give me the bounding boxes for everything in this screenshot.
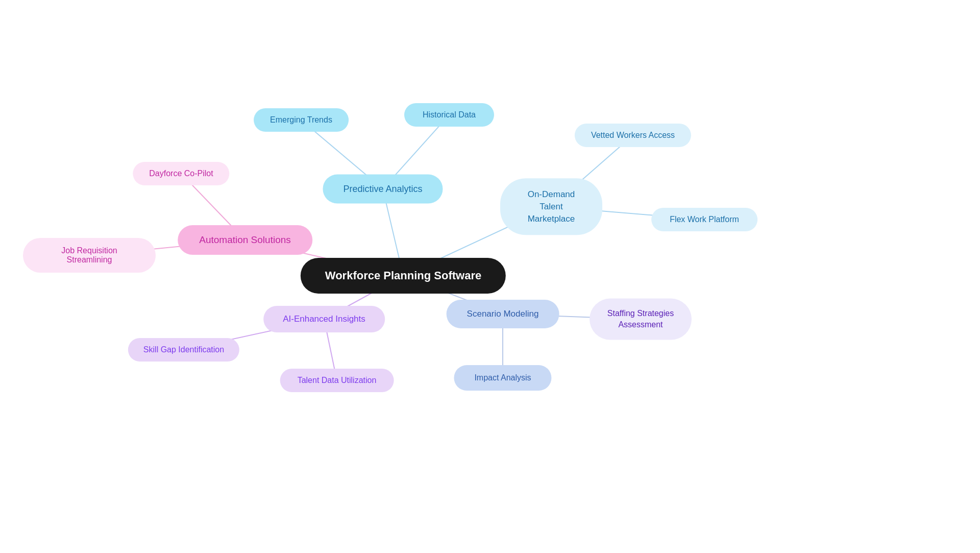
- center-node[interactable]: Workforce Planning Software: [301, 258, 506, 294]
- job-requisition-node[interactable]: Job Requisition Streamlining: [23, 238, 156, 273]
- skill-gap-node[interactable]: Skill Gap Identification: [128, 338, 239, 362]
- emerging-trends-node[interactable]: Emerging Trends: [254, 108, 349, 132]
- scenario-modeling-node[interactable]: Scenario Modeling: [447, 300, 559, 328]
- historical-data-node[interactable]: Historical Data: [404, 103, 494, 127]
- staffing-strategies-node[interactable]: Staffing Strategies Assessment: [590, 299, 692, 340]
- flex-work-node[interactable]: Flex Work Platform: [651, 208, 757, 231]
- vetted-workers-node[interactable]: Vetted Workers Access: [575, 124, 691, 147]
- impact-analysis-node[interactable]: Impact Analysis: [454, 365, 551, 391]
- predictive-analytics-node[interactable]: Predictive Analytics: [323, 175, 443, 204]
- on-demand-talent-node[interactable]: On-Demand Talent Marketplace: [500, 178, 602, 235]
- ai-insights-node[interactable]: AI-Enhanced Insights: [263, 306, 385, 332]
- automation-solutions-node[interactable]: Automation Solutions: [178, 225, 312, 255]
- dayforce-node[interactable]: Dayforce Co-Pilot: [133, 162, 229, 185]
- talent-data-node[interactable]: Talent Data Utilization: [280, 369, 394, 392]
